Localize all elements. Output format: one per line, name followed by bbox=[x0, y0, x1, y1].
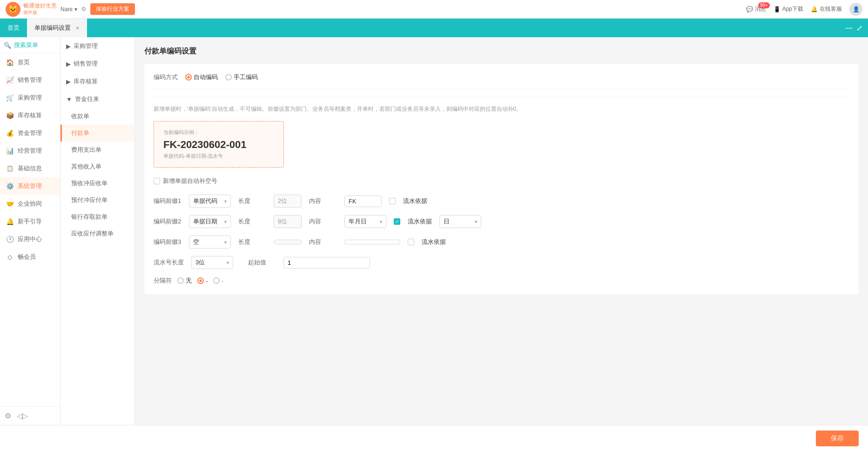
service-icon: 🔔 bbox=[811, 6, 818, 13]
prefix3-select-value: 空 bbox=[193, 238, 199, 246]
encode-radio-group: 自动编码 手工编码 bbox=[185, 73, 258, 81]
settings-icon[interactable]: ⚙ bbox=[81, 6, 87, 13]
sep-slash-radio bbox=[213, 277, 220, 284]
content2-select[interactable]: 年月日 ▾ bbox=[344, 215, 386, 228]
length1-label: 长度 bbox=[238, 197, 266, 205]
sub-group-purchase: ▶ 采购管理 bbox=[61, 37, 135, 55]
sub-item-adjust[interactable]: 应收应付调整单 bbox=[61, 225, 135, 242]
prefix3-select[interactable]: 空 ▾ bbox=[189, 236, 231, 249]
user-avatar[interactable]: 👤 bbox=[849, 3, 862, 16]
prefix1-select[interactable]: 单据代码 ▾ bbox=[189, 195, 231, 208]
main-card: 编码方式 自动编码 手工编码 新增单据时，'单据编码'自动生成，不可编辑。前缀设… bbox=[144, 64, 859, 294]
inventory-icon: 📦 bbox=[6, 111, 14, 120]
manual-encode-radio[interactable]: 手工编码 bbox=[225, 73, 258, 81]
sub-item-prepaid-offset[interactable]: 预付冲应付单 bbox=[61, 192, 135, 209]
tab-home[interactable]: 首页 bbox=[0, 19, 27, 37]
tab-serial-settings[interactable]: 单据编码设置 ✕ bbox=[27, 19, 87, 37]
auto-fill-checkbox[interactable] bbox=[154, 178, 160, 184]
content1-input[interactable]: FK bbox=[344, 195, 382, 207]
nav-label: 系统管理 bbox=[18, 182, 42, 190]
preview-title: 当前编码示例： bbox=[163, 129, 274, 136]
sub-group-inventory-header[interactable]: ▶ 库存核算 bbox=[61, 73, 135, 90]
content3-input[interactable] bbox=[344, 240, 400, 244]
length1-input[interactable]: 2位 bbox=[274, 195, 302, 208]
sub-item-other-income[interactable]: 其他收入单 bbox=[61, 158, 135, 175]
operation-icon: 📊 bbox=[6, 147, 14, 155]
prefix2-row: 编码前缀2 单据日期 ▾ 长度 8位 内容 年月日 ▾ ✓ 流水依据 日 ▾ bbox=[154, 215, 849, 228]
sidebar-item-guide[interactable]: 🔔 新手引导 bbox=[0, 213, 60, 230]
sidebar-item-enterprise[interactable]: 🤝 企业协同 bbox=[0, 195, 60, 213]
nav-label: 采购管理 bbox=[18, 94, 42, 102]
sub-group-sales-header[interactable]: ▶ 销售管理 bbox=[61, 55, 135, 73]
message-icon: 💬 bbox=[746, 6, 753, 13]
message-button[interactable]: 💬 消息 99+ bbox=[746, 5, 766, 13]
sub-item-bank[interactable]: 银行存取款单 bbox=[61, 209, 135, 225]
app-icon: 📱 bbox=[774, 6, 781, 13]
sep-none-radio bbox=[177, 277, 184, 284]
serial2-period-select[interactable]: 日 ▾ bbox=[439, 215, 481, 228]
encode-method-row: 编码方式 自动编码 手工编码 bbox=[154, 73, 849, 89]
sidebar-item-purchase[interactable]: 🛒 采购管理 bbox=[0, 89, 60, 107]
sidebar-item-system[interactable]: ⚙️ 系统管理 bbox=[0, 177, 60, 195]
serial3-checkbox[interactable] bbox=[408, 239, 414, 245]
sidebar-item-inventory[interactable]: 📦 库存核算 bbox=[0, 107, 60, 124]
sub-item-expense[interactable]: 费用支出单 bbox=[61, 141, 135, 158]
sidebar-item-member[interactable]: ◇ 畅会员 bbox=[0, 248, 60, 266]
manual-encode-label: 手工编码 bbox=[234, 73, 258, 81]
topbar-left: 🐱 畅通做好生意 插件版 Nare ▾ ⚙ 体验行业方案 bbox=[6, 2, 135, 17]
prefix1-select-value: 单据代码 bbox=[193, 197, 217, 205]
sub-group-capital-header[interactable]: ▼ 资金往来 bbox=[61, 90, 135, 108]
company-name: Nare bbox=[61, 6, 73, 13]
sidebar-search[interactable]: 🔍 搜索菜单 bbox=[0, 37, 60, 54]
sep-dot-radio bbox=[197, 277, 204, 284]
app-download-button[interactable]: 📱 App下载 bbox=[774, 5, 803, 13]
save-button[interactable]: 保存 bbox=[816, 431, 859, 446]
sub-group-label: 资金往来 bbox=[75, 95, 99, 103]
content3-label: 内容 bbox=[309, 238, 337, 246]
serial-row: 流水号长度 3位 ▾ 起始值 bbox=[154, 256, 849, 269]
sep-none-label: 无 bbox=[186, 276, 192, 285]
sidebar-item-home[interactable]: 🏠 首页 bbox=[0, 54, 60, 71]
enterprise-icon: 🤝 bbox=[6, 200, 14, 208]
sidebar-item-apps[interactable]: 🕐 应用中心 bbox=[0, 230, 60, 248]
sep-none-option[interactable]: 无 bbox=[177, 276, 192, 285]
length3-input[interactable] bbox=[274, 240, 302, 244]
serial2-checkbox[interactable]: ✓ bbox=[394, 218, 400, 225]
sidebar-item-basic[interactable]: 📋 基础信息 bbox=[0, 160, 60, 177]
tabbar: 首页 单据编码设置 ✕ — ⤢ bbox=[0, 19, 868, 37]
trial-button[interactable]: 体验行业方案 bbox=[90, 3, 135, 15]
sub-item-prepay-offset[interactable]: 预收冲应收单 bbox=[61, 175, 135, 192]
home-icon: 🏠 bbox=[6, 58, 14, 67]
chevron-right-icon: ▶ bbox=[66, 43, 71, 50]
serial1-checkbox[interactable] bbox=[389, 198, 396, 204]
app-download-label: App下载 bbox=[782, 5, 803, 13]
separator-label: 分隔符 bbox=[154, 276, 172, 285]
settings-bottom-icon[interactable]: ⚙ bbox=[5, 411, 11, 420]
tab-close-icon[interactable]: ✕ bbox=[75, 25, 80, 31]
company-dropdown[interactable]: Nare ▾ bbox=[61, 6, 77, 13]
sep-slash-option[interactable]: · bbox=[213, 277, 223, 284]
length2-input[interactable]: 8位 bbox=[274, 215, 302, 228]
serial3-label: 流水依据 bbox=[422, 238, 446, 246]
online-service-button[interactable]: 🔔 在线客服 bbox=[811, 5, 842, 13]
prefix2-select[interactable]: 单据日期 ▾ bbox=[189, 215, 231, 228]
sub-item-payment[interactable]: 付款单 bbox=[61, 125, 135, 141]
collapse-icon[interactable]: ◁▷ bbox=[17, 411, 28, 420]
nav-label: 企业协同 bbox=[18, 200, 42, 208]
auto-encode-circle bbox=[185, 74, 192, 81]
sep-dot-option[interactable]: - bbox=[197, 277, 208, 284]
start-value-input[interactable] bbox=[283, 257, 370, 269]
apps-icon: 🕐 bbox=[6, 235, 14, 243]
tab-serial-settings-label: 单据编码设置 bbox=[34, 24, 71, 32]
sidebar-item-finance[interactable]: 💰 资金管理 bbox=[0, 124, 60, 142]
preview-code: FK-20230602-001 bbox=[163, 139, 274, 151]
auto-encode-radio[interactable]: 自动编码 bbox=[185, 73, 218, 81]
sidebar-item-operation[interactable]: 📊 经营管理 bbox=[0, 142, 60, 160]
expand-icon[interactable]: ⤢ bbox=[856, 24, 862, 33]
sub-item-receipt[interactable]: 收款单 bbox=[61, 108, 135, 125]
sub-group-purchase-header[interactable]: ▶ 采购管理 bbox=[61, 37, 135, 55]
preview-desc: 单据代码-单据日期-流水号 bbox=[163, 153, 274, 160]
serial-length-select[interactable]: 3位 ▾ bbox=[191, 256, 233, 269]
minimize-icon[interactable]: — bbox=[845, 24, 853, 32]
sidebar-item-sales[interactable]: 📈 销售管理 bbox=[0, 71, 60, 89]
